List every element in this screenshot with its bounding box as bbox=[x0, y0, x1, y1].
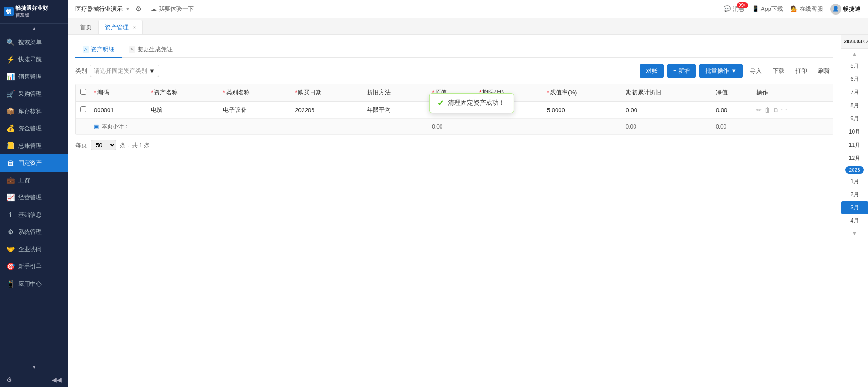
sidebar-item-label: 应用中心 bbox=[18, 280, 42, 288]
company-dropdown-icon: ▼ bbox=[125, 6, 130, 11]
cal-month-12[interactable]: 12月 bbox=[841, 152, 868, 165]
sidebar-item-label: 系统管理 bbox=[18, 228, 42, 236]
import-button[interactable]: 导入 bbox=[746, 65, 765, 77]
user-menu[interactable]: 👤 畅捷通 bbox=[830, 4, 861, 15]
cell-name: 电脑 bbox=[147, 102, 219, 119]
sidebar-item-finance[interactable]: 💰 资金管理 bbox=[0, 120, 68, 137]
asset-table: *编码 *资产名称 *类别名称 *购买日期 折旧方法 *原值 *期限(月) *残… bbox=[75, 84, 833, 135]
batch-ops-label: 批量操作 bbox=[705, 67, 729, 75]
refresh-button[interactable]: 刷新 bbox=[814, 65, 833, 77]
scroll-down-button[interactable]: ▼ bbox=[31, 364, 37, 370]
sidebar-scroll-up[interactable]: ▲ bbox=[0, 24, 68, 34]
calendar-close-icon[interactable]: × bbox=[862, 38, 865, 45]
col-net-value: 净值 bbox=[712, 84, 753, 102]
sidebar-item-search[interactable]: 🔍 搜索菜单 bbox=[0, 34, 68, 51]
cal-month-11[interactable]: 11月 bbox=[841, 139, 868, 152]
cal-month-2[interactable]: 2月 bbox=[841, 188, 868, 201]
sidebar-item-app-center[interactable]: 📱 应用中心 bbox=[0, 275, 68, 293]
sidebar-item-sales[interactable]: 📊 销售管理 bbox=[0, 68, 68, 85]
reconcile-button[interactable]: 对账 bbox=[640, 64, 664, 78]
cell-initial-accumulated: 0.00 bbox=[622, 102, 712, 119]
page-size-select[interactable]: 50 100 200 bbox=[91, 140, 116, 150]
calendar-down-nav[interactable]: ▼ bbox=[841, 228, 868, 238]
sidebar-item-operations[interactable]: 📈 经营管理 bbox=[0, 189, 68, 206]
payroll-icon: 💼 bbox=[6, 176, 15, 184]
sales-icon: 📊 bbox=[6, 73, 15, 81]
subtab-change-voucher[interactable]: ✎ 变更生成凭证 bbox=[122, 42, 180, 58]
download-button[interactable]: 下载 bbox=[769, 65, 788, 77]
sidebar-item-label: 新手引导 bbox=[18, 263, 42, 271]
cal-month-5[interactable]: 5月 bbox=[841, 60, 868, 73]
online-service-button[interactable]: 💁 在线客服 bbox=[790, 5, 823, 13]
edit-icon[interactable]: ✏ bbox=[756, 106, 762, 114]
subtotal-icon: ▣ bbox=[94, 124, 99, 129]
category-select[interactable]: 请选择固定资产类别 ▼ bbox=[90, 64, 159, 77]
online-service-icon: 💁 bbox=[790, 5, 798, 12]
batch-ops-button[interactable]: 批量操作 ▼ bbox=[699, 64, 743, 78]
tab-home[interactable]: 首页 bbox=[74, 20, 98, 34]
sidebar-item-guide[interactable]: 🎯 新手引导 bbox=[0, 258, 68, 275]
toast-check-icon: ✔ bbox=[437, 98, 444, 108]
calendar-items: ▲ 5月 6月 7月 8月 9月 10月 11月 12月 2023 1月 2月 … bbox=[841, 49, 868, 387]
new-button[interactable]: + 新增 bbox=[667, 64, 696, 78]
row-checkbox-cell[interactable] bbox=[76, 102, 90, 119]
more-icon[interactable]: ⋯ bbox=[781, 106, 787, 114]
cal-month-9[interactable]: 9月 bbox=[841, 112, 868, 125]
tab-close-icon[interactable]: × bbox=[133, 25, 136, 30]
select-all-checkbox[interactable] bbox=[80, 89, 86, 95]
col-depreciation: 折旧方法 bbox=[363, 84, 429, 102]
sidebar-item-label: 销售管理 bbox=[18, 73, 42, 81]
finance-icon: 💰 bbox=[6, 124, 15, 133]
sidebar-item-ledger[interactable]: 📒 总账管理 bbox=[0, 137, 68, 154]
sidebar-item-enterprise[interactable]: 🤝 企业协同 bbox=[0, 241, 68, 258]
cal-month-4[interactable]: 4月 bbox=[841, 214, 868, 228]
sidebar-collapse-icon[interactable]: ◀◀ bbox=[52, 376, 62, 383]
message-button[interactable]: 💬 消息 99+ bbox=[724, 5, 744, 13]
calendar-up-nav[interactable]: ▲ bbox=[841, 49, 868, 60]
company-selector[interactable]: 医疗器械行业演示 ▼ bbox=[75, 5, 130, 13]
sidebar-item-label: 快捷导航 bbox=[18, 55, 42, 64]
sidebar-item-label: 基础信息 bbox=[18, 211, 42, 219]
row-checkbox[interactable] bbox=[80, 106, 86, 112]
pagination: 每页 50 100 200 条，共 1 条 bbox=[75, 135, 833, 150]
calendar-expand-icon[interactable]: ⤢ bbox=[865, 39, 868, 44]
cal-month-10[interactable]: 10月 bbox=[841, 125, 868, 139]
enterprise-icon: 🤝 bbox=[6, 245, 15, 253]
sidebar-item-purchase[interactable]: 🛒 采购管理 bbox=[0, 85, 68, 103]
sidebar-item-fixed-assets[interactable]: 🏛 固定资产 bbox=[0, 154, 68, 172]
tab-asset-management[interactable]: 资产管理 × bbox=[98, 20, 143, 34]
sidebar-scroll-down[interactable]: ▼ bbox=[0, 362, 68, 372]
sidebar-items: 🔍 搜索菜单 ⚡ 快捷导航 📊 销售管理 🛒 采购管理 📦 库存核算 💰 资金管… bbox=[0, 34, 68, 362]
batch-ops-arrow: ▼ bbox=[731, 68, 737, 74]
sidebar-item-basic-info[interactable]: ℹ 基础信息 bbox=[0, 206, 68, 223]
topbar-settings-icon[interactable]: ⚙ bbox=[135, 5, 142, 13]
sidebar-item-label: 经营管理 bbox=[18, 194, 42, 202]
sidebar-bottom: ⚙ ◀◀ bbox=[0, 372, 68, 387]
content-area: A 资产明细 ✎ 变更生成凭证 类别 请选择固定资产类别 ▼ bbox=[68, 35, 868, 387]
print-button[interactable]: 打印 bbox=[792, 65, 811, 77]
cal-month-3-current[interactable]: 3月 bbox=[841, 201, 868, 214]
sidebar-item-quick-nav[interactable]: ⚡ 快捷导航 bbox=[0, 51, 68, 68]
sidebar-item-payroll[interactable]: 💼 工资 bbox=[0, 172, 68, 189]
page-size-label: 每页 bbox=[75, 141, 87, 149]
experience-button[interactable]: ☁ 我要体验一下 bbox=[151, 5, 194, 13]
scroll-up-button[interactable]: ▲ bbox=[31, 25, 37, 32]
sidebar-item-inventory[interactable]: 📦 库存核算 bbox=[0, 103, 68, 120]
delete-icon[interactable]: 🗑 bbox=[764, 106, 771, 114]
app-download-button[interactable]: 📱 App下载 bbox=[752, 5, 783, 13]
topbar-right: 💬 消息 99+ 📱 App下载 💁 在线客服 👤 畅捷通 bbox=[724, 4, 861, 15]
col-residual-rate: *残值率(%) bbox=[543, 84, 622, 102]
calendar-panel: 2023.03 × ⤢ ▲ 5月 6月 7月 8月 9月 10月 11月 12月… bbox=[841, 35, 868, 387]
cal-month-8[interactable]: 8月 bbox=[841, 99, 868, 112]
sidebar-item-system[interactable]: ⚙ 系统管理 bbox=[0, 223, 68, 241]
select-all-cell[interactable] bbox=[76, 84, 90, 102]
message-badge: 99+ bbox=[737, 2, 748, 8]
cal-month-6[interactable]: 6月 bbox=[841, 73, 868, 86]
cal-month-1[interactable]: 1月 bbox=[841, 175, 868, 188]
topbar: 医疗器械行业演示 ▼ ⚙ ☁ 我要体验一下 💬 消息 99+ 📱 App下载 💁… bbox=[68, 0, 868, 18]
sidebar-settings-icon[interactable]: ⚙ bbox=[6, 376, 12, 383]
avatar: 👤 bbox=[830, 4, 841, 15]
cal-month-7[interactable]: 7月 bbox=[841, 86, 868, 99]
copy-icon[interactable]: ⧉ bbox=[774, 106, 778, 114]
subtab-asset-detail[interactable]: A 资产明细 bbox=[75, 42, 122, 58]
